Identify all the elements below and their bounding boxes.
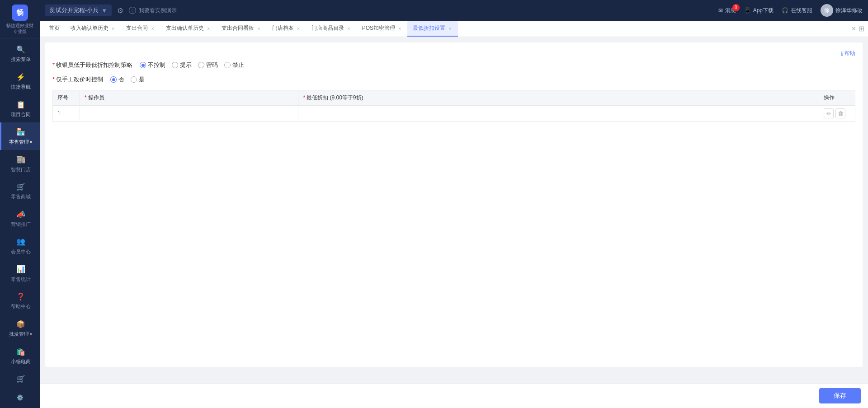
form-row-1: *收银员低于最低折扣控制策略 不控制 提示 密码 禁止 [52,61,855,69]
row-actions-0: ✏ 🗑 [824,108,850,118]
tab-expand[interactable]: ⊞ [859,24,864,33]
app-download-button[interactable]: 📱 App下载 [744,7,774,14]
tab-home[interactable]: 首页 [43,21,65,37]
topbar: 测试分开完程-小兵 ▼ ⚙ ○ 我要看实例演示 ✉ 消息 8 📱 App下载 🎧… [40,0,868,21]
col-header-actions: 操作 [819,90,855,106]
app-logo-icon: 畅 [12,5,28,21]
tab-label: 首页 [49,24,60,32]
field2-label: *仅手工改价时控制 [52,75,103,84]
sidebar-item-smart-store[interactable]: 🏬 智慧门店 [0,150,40,178]
online-service-button[interactable]: 🎧 在线客服 [782,7,812,14]
delete-row-btn-0[interactable]: 🗑 [835,108,845,118]
sidebar-item-ecommerce[interactable]: 🛍️ 小畅电商 [0,342,40,370]
field1-required-mark: * [52,61,55,68]
sidebar-item-search[interactable]: 🔍 搜索菜单 [0,40,40,68]
message-icon: ✉ [718,7,723,14]
radio-circle-password [198,62,204,68]
sidebar-nav: 🔍 搜索菜单 ⚡ 快捷导航 📋 项目合同 🏪 零售管理▾ 🏬 智慧门店 🛒 零售… [0,38,40,387]
topbar-settings-icon[interactable]: ⚙ [117,6,123,15]
radio-label-password: 密码 [206,61,218,69]
cell-min-discount-0 [298,106,819,122]
main-area: 测试分开完程-小兵 ▼ ⚙ ○ 我要看实例演示 ✉ 消息 8 📱 App下载 🎧… [40,0,868,408]
sidebar-item-label: 会员中心 [11,249,31,255]
edit-row-btn-0[interactable]: ✏ [824,108,834,118]
tabbar: 首页收入确认单历史×支出合同×支出确认单历史×支出合同看板×门店档案×门店商品目… [40,21,868,37]
tab-payment-contract[interactable]: 支出合同× [121,21,160,37]
tab-min-discount[interactable]: 最低折扣设置× [407,21,458,37]
online-shop-icon: 🛒 [16,182,25,192]
tab-close-store-archive[interactable]: × [296,26,301,31]
form-row-2: *仅手工改价时控制 否 是 [52,75,855,84]
tab-close-min-discount[interactable]: × [448,26,452,31]
messages-badge: 8 [732,4,740,11]
sidebar-item-settings[interactable]: ⚙️ [15,391,25,404]
help-text: 帮助 [844,50,855,57]
cell-seq-0: 1 [53,106,80,122]
marketing-icon: 📣 [16,210,25,220]
help-icon: ℹ [841,51,843,57]
field1-option-forbidden[interactable]: 禁止 [224,61,244,69]
save-button[interactable]: 保存 [819,388,861,403]
sidebar-item-label: 快捷导航 [11,84,31,90]
demo-link[interactable]: ○ 我要看实例演示 [129,7,177,14]
field1-option-no_control[interactable]: 不控制 [140,61,165,69]
tab-label: 门店档案 [272,24,294,32]
ecommerce-icon: 🛍️ [16,347,25,357]
service-icon: 🎧 [782,7,788,14]
tab-close-pos-password[interactable]: × [397,26,402,31]
app-logo-text: 畅捷通好业财专业版 [6,23,33,34]
sidebar-item-shortcut[interactable]: ⚡ 快捷导航 [0,68,40,95]
col-header-seq: 序号 [53,90,80,106]
sidebar: 畅 畅捷通好业财专业版 🔍 搜索菜单 ⚡ 快捷导航 📋 项目合同 🏪 零售管理▾… [0,0,40,408]
user-profile[interactable]: 徐 徐泽华修改 [821,4,863,17]
tab-close-income-history[interactable]: × [111,26,115,31]
col-header-min_discount: *最低折扣 (9.00等于9折) [298,90,819,106]
tab-close-store-catalog[interactable]: × [346,26,351,31]
table-row: 1 ✏ 🗑 [53,106,855,122]
help-link[interactable]: ℹ 帮助 [841,50,855,57]
tab-income-history[interactable]: 收入确认单历史× [65,21,121,37]
sidebar-item-label: 搜索菜单 [11,56,31,63]
tab-payment-board[interactable]: 支出合同看板× [216,21,266,37]
field2-option-no[interactable]: 否 [110,75,124,84]
sidebar-item-project-contract[interactable]: 📋 项目合同 [0,95,40,123]
tab-close-all[interactable]: × [852,25,856,33]
project-arrow-icon: ▼ [101,7,107,14]
sidebar-item-label: 零售管理▾ [9,139,32,145]
field2-option-yes[interactable]: 是 [131,75,145,84]
discount-table: 序号*操作员*最低折扣 (9.00等于9折)操作1 ✏ 🗑 [52,90,855,122]
tab-label: 最低折扣设置 [413,24,445,32]
tab-close-payment-board[interactable]: × [256,26,261,31]
member-icon: 👥 [16,237,25,247]
sidebar-item-label: 帮助中心 [11,303,31,310]
radio-circle2-no [110,76,117,83]
col-header-operator: *操作员 [80,90,298,106]
sidebar-item-purchase[interactable]: 🛒 采购管理 [0,370,40,387]
sidebar-item-help-center[interactable]: ❓ 帮助中心 [0,287,40,315]
tab-close-payment-history[interactable]: × [206,26,211,31]
sidebar-item-retail-stats[interactable]: 📊 零售统计 [0,260,40,287]
sidebar-item-batch-mgmt[interactable]: 📦 批发管理▾ [0,315,40,342]
tab-store-catalog[interactable]: 门店商品目录× [306,21,356,37]
tab-payment-history[interactable]: 支出确认单历史× [160,21,216,37]
tab-label: 收入确认单历史 [71,24,108,32]
form-container: *收银员低于最低折扣控制策略 不控制 提示 密码 禁止 *仅手工改价时控制 否 … [52,61,855,84]
radio-circle2-yes [131,76,137,83]
project-selector[interactable]: 测试分开完程-小兵 ▼ [45,5,112,16]
tab-pos-password[interactable]: POS加密管理× [357,21,408,37]
tab-label: 门店商品目录 [311,24,344,32]
user-name: 徐泽华修改 [835,7,863,14]
bottom-bar: 保存 [40,383,868,408]
radio-label-no_control: 不控制 [148,61,165,69]
sidebar-item-online-shop[interactable]: 🛒 零售商城 [0,178,40,205]
search-icon: 🔍 [16,45,25,55]
shortcut-icon: ⚡ [16,72,25,82]
sidebar-item-marketing[interactable]: 📣 营销推广 [0,205,40,233]
tab-store-archive[interactable]: 门店档案× [267,21,306,37]
field1-option-remind[interactable]: 提示 [172,61,192,69]
messages-button[interactable]: ✉ 消息 8 [718,7,736,14]
sidebar-item-retail-mgmt[interactable]: 🏪 零售管理▾ [0,122,40,150]
tab-close-payment-contract[interactable]: × [150,26,155,31]
sidebar-item-member[interactable]: 👥 会员中心 [0,232,40,260]
field1-option-password[interactable]: 密码 [198,61,218,69]
